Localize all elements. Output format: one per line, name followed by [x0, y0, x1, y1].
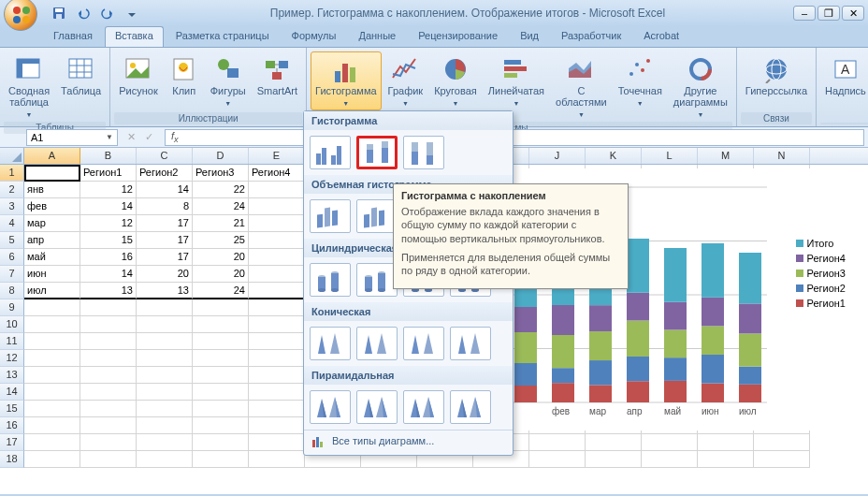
cell-E2[interactable]	[249, 182, 305, 198]
tab-Вид[interactable]: Вид	[510, 26, 549, 47]
cell-B2[interactable]: 12	[80, 182, 137, 198]
row-header-6[interactable]: 6	[0, 249, 24, 266]
cell-C6[interactable]: 17	[137, 249, 193, 266]
tab-Разметка страницы[interactable]: Разметка страницы	[166, 26, 280, 47]
col-header-K[interactable]: K	[586, 148, 642, 164]
histo-pyr-1[interactable]	[356, 390, 398, 424]
cell-D14[interactable]	[193, 384, 249, 401]
ribbon-Надпись[interactable]: AНадпись	[820, 51, 868, 99]
cell-C5[interactable]: 17	[137, 232, 193, 249]
cell-E7[interactable]	[249, 266, 305, 283]
cell-B18[interactable]	[80, 451, 137, 468]
row-header-11[interactable]: 11	[0, 333, 24, 350]
cell-A17[interactable]	[24, 434, 80, 451]
cell-A6[interactable]: май	[24, 249, 80, 266]
qat-save[interactable]	[49, 4, 69, 22]
cell-B8[interactable]: 13	[80, 283, 137, 299]
ribbon-Таблица[interactable]: Таблица	[56, 51, 106, 99]
cell-C15[interactable]	[137, 401, 193, 417]
cell-C7[interactable]: 20	[137, 266, 193, 283]
cell-D6[interactable]: 20	[193, 249, 249, 266]
cell-B13[interactable]	[80, 367, 137, 384]
row-header-16[interactable]: 16	[0, 417, 24, 434]
col-header-C[interactable]: C	[137, 148, 193, 164]
cell-D4[interactable]: 21	[193, 215, 249, 232]
cell-N18[interactable]	[754, 451, 810, 468]
cell-A4[interactable]: мар	[24, 215, 80, 232]
ribbon-Клип[interactable]: Клип	[165, 51, 204, 99]
cell-D13[interactable]	[193, 367, 249, 384]
cell-C8[interactable]: 13	[137, 283, 193, 299]
cell-D5[interactable]: 25	[193, 232, 249, 249]
cell-B6[interactable]: 16	[80, 249, 137, 266]
cell-D1[interactable]: Регион3	[193, 165, 249, 182]
ribbon-Гистограмма[interactable]: Гистограмма▼	[311, 51, 382, 110]
cell-J18[interactable]	[529, 451, 586, 468]
ribbon-Фигуры[interactable]: Фигуры▼	[206, 51, 251, 110]
cell-E15[interactable]	[249, 401, 305, 417]
ribbon-Линейчатая[interactable]: Линейчатая▼	[484, 51, 549, 110]
cell-A16[interactable]	[24, 417, 80, 434]
qat-customize[interactable]	[122, 4, 142, 22]
histo-pyr-2[interactable]	[403, 390, 444, 424]
row-header-14[interactable]: 14	[0, 384, 24, 401]
restore-button[interactable]: ❐	[817, 6, 840, 21]
qat-redo[interactable]	[97, 4, 118, 22]
histo-cone-0[interactable]	[310, 327, 351, 360]
cell-C11[interactable]	[137, 333, 193, 350]
cell-C18[interactable]	[137, 451, 193, 468]
col-header-J[interactable]: J	[529, 148, 586, 164]
cell-B5[interactable]: 15	[80, 232, 137, 249]
row-header-12[interactable]: 12	[0, 350, 24, 367]
cell-C12[interactable]	[137, 350, 193, 367]
col-header-L[interactable]: L	[642, 148, 698, 164]
cell-D7[interactable]: 20	[193, 266, 249, 283]
col-header-D[interactable]: D	[193, 148, 249, 164]
qat-undo[interactable]	[73, 4, 94, 22]
cell-D16[interactable]	[193, 417, 249, 434]
cell-C17[interactable]	[137, 434, 193, 451]
cell-E5[interactable]	[249, 232, 305, 249]
row-header-7[interactable]: 7	[0, 266, 24, 283]
cell-D2[interactable]: 22	[193, 182, 249, 198]
cell-E16[interactable]	[249, 417, 305, 434]
cell-A9[interactable]	[24, 299, 80, 316]
row-header-5[interactable]: 5	[0, 232, 24, 249]
cell-E18[interactable]	[249, 451, 305, 468]
ribbon-Круговая[interactable]: Круговая▼	[429, 51, 482, 110]
cell-C3[interactable]: 8	[137, 198, 193, 215]
cell-B16[interactable]	[80, 417, 137, 434]
cell-M17[interactable]	[698, 434, 754, 451]
cell-D15[interactable]	[193, 401, 249, 417]
row-header-15[interactable]: 15	[0, 401, 24, 417]
cell-D9[interactable]	[193, 299, 249, 316]
row-header-18[interactable]: 18	[0, 451, 24, 468]
fx-icon[interactable]: fx	[166, 130, 184, 144]
cell-E12[interactable]	[249, 350, 305, 367]
cell-E9[interactable]	[249, 299, 305, 316]
cell-A18[interactable]	[24, 451, 80, 468]
cancel-icon[interactable]: ✕	[123, 131, 139, 143]
row-header-2[interactable]: 2	[0, 182, 24, 198]
cell-B12[interactable]	[80, 350, 137, 367]
cell-E10[interactable]	[249, 316, 305, 333]
cell-D12[interactable]	[193, 350, 249, 367]
histo-cone-3[interactable]	[450, 327, 491, 360]
ribbon-Точечная[interactable]: Точечная▼	[614, 51, 667, 110]
cell-A7[interactable]: июн	[24, 266, 80, 283]
cell-E4[interactable]	[249, 215, 305, 232]
col-header-M[interactable]: M	[698, 148, 754, 164]
tab-Рецензирование[interactable]: Рецензирование	[408, 26, 508, 47]
cell-A8[interactable]: июл	[24, 283, 80, 299]
cell-E8[interactable]	[249, 283, 305, 299]
cell-C16[interactable]	[137, 417, 193, 434]
cell-D3[interactable]: 24	[193, 198, 249, 215]
cell-E6[interactable]	[249, 249, 305, 266]
row-header-1[interactable]: 1	[0, 165, 24, 182]
cell-A12[interactable]	[24, 350, 80, 367]
ribbon-Другие-диаграммы[interactable]: Другиедиаграммы▼	[669, 51, 732, 122]
cell-B4[interactable]: 12	[80, 215, 137, 232]
col-header-N[interactable]: N	[754, 148, 810, 164]
cell-E14[interactable]	[249, 384, 305, 401]
histo-stacked[interactable]	[356, 136, 398, 169]
